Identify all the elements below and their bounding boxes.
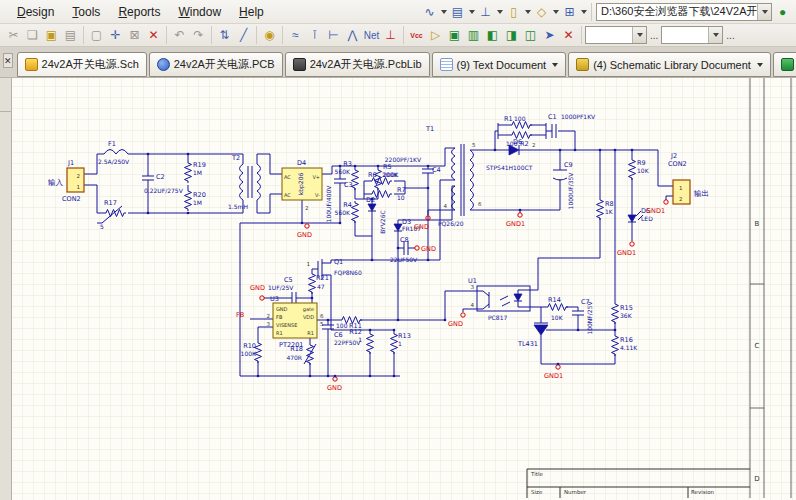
r15-value-label: 36K	[620, 312, 633, 319]
tab-label: 24v2A开关电源.Sch	[42, 57, 139, 72]
wiring-tools-icon[interactable]: ∿	[420, 2, 439, 21]
c8-ref-label: C8	[400, 236, 409, 244]
u3-r1a-pin-label: R1	[276, 330, 283, 336]
separator	[211, 26, 212, 44]
menu-reports[interactable]: Reports	[109, 3, 169, 21]
clear-filter-button[interactable]: ✕	[144, 26, 163, 45]
browse-button-1[interactable]: ...	[647, 30, 661, 41]
place-bus-entry-button[interactable]: ⊢	[324, 26, 343, 45]
grid-settings-icon[interactable]: ⊞	[560, 2, 579, 21]
copy-button[interactable]: ❏	[23, 26, 42, 45]
chevron-down-icon[interactable]	[581, 10, 587, 14]
sheet-grid	[12, 78, 796, 500]
tab-pcb-document-2[interactable]: 24v2A开关电源.PCB	[773, 52, 796, 77]
undo-button[interactable]: ↶	[170, 26, 189, 45]
chevron-down-icon[interactable]	[553, 10, 559, 14]
close-icon[interactable]: ✕	[3, 53, 13, 68]
tab-label: (9) Text Document	[457, 59, 547, 71]
c1-value-label: 1000PF1KV	[561, 113, 596, 120]
menu-help[interactable]: Help	[230, 3, 273, 21]
tab-pcb-document[interactable]: 24v2A开关电源.PCB	[149, 52, 283, 77]
menu-window[interactable]: Window	[169, 3, 230, 21]
u1-pin4-number: 4	[471, 302, 475, 308]
move-button[interactable]: ✛	[106, 26, 125, 45]
redo-button[interactable]: ↷	[189, 26, 208, 45]
chevron-down-icon[interactable]	[441, 10, 447, 14]
filter-combo-2[interactable]	[661, 26, 723, 44]
place-probe-button[interactable]: ⋀	[343, 26, 362, 45]
net-objects-icon[interactable]: ◇	[532, 2, 551, 21]
layers-tools-icon[interactable]: ▤	[448, 2, 467, 21]
r9-ref-label: R9	[637, 159, 646, 167]
paste-special-button[interactable]: ▤	[61, 26, 80, 45]
place-port-button[interactable]: ◫	[521, 26, 540, 45]
place-sheet-entry-button[interactable]: ◨	[502, 26, 521, 45]
chevron-down-icon[interactable]	[497, 10, 503, 14]
place-component-button[interactable]: ▣	[445, 26, 464, 45]
r3-value-label: 560K	[335, 168, 351, 175]
j1-ref-label: J1	[67, 159, 74, 167]
tl431-label: TL431	[517, 340, 538, 348]
filter-combo-1[interactable]	[585, 26, 647, 44]
paste-button[interactable]: ▣	[42, 26, 61, 45]
r9-value-label: 10K	[637, 167, 650, 174]
gnd-port-label: GND	[250, 284, 265, 292]
tab-text-documents[interactable]: (9) Text Document	[432, 52, 567, 77]
part-action-button[interactable]: ➤	[540, 26, 559, 45]
r19-value-label: 1M	[193, 169, 202, 176]
place-ground-button[interactable]: ⊥	[381, 26, 400, 45]
r10-ref-label: R10	[243, 342, 256, 350]
combo-dropdown-button[interactable]	[757, 4, 771, 20]
place-bus-button[interactable]: ⊺	[305, 26, 324, 45]
document-path-combo[interactable]: D:\360安全浏览器下载\24V2A开关	[596, 3, 772, 21]
select-area-button[interactable]: ▢	[87, 26, 106, 45]
schematic-sheet[interactable]: B C D Title Size Number Revision	[12, 78, 796, 500]
number-label: Number	[564, 489, 587, 495]
schlib-doc-icon	[576, 58, 589, 71]
c5-ref-label: C5	[284, 276, 293, 284]
d4-value-label: kbp206	[297, 173, 305, 196]
menu-design[interactable]: Design	[8, 3, 63, 21]
j2-type-label: CON2	[668, 160, 687, 168]
schematic-canvas[interactable]: B C D Title Size Number Revision	[12, 78, 796, 500]
tab-label: 24v2A开关电源.PCB	[174, 57, 275, 72]
place-vcc-port-button[interactable]: Vcc	[407, 26, 426, 45]
r21-value-label: 47	[317, 283, 325, 290]
combo-dropdown-button[interactable]	[708, 27, 722, 43]
t1-pin4-number: 4	[444, 203, 448, 209]
cut-button[interactable]: ✂	[4, 26, 23, 45]
place-component2-button[interactable]: ▥	[464, 26, 483, 45]
gnd1-port-label: GND1	[506, 220, 525, 228]
browse-button-2[interactable]: ...	[723, 30, 737, 41]
tab-pcblib-document[interactable]: 24v2A开关电源.PcbLib	[285, 52, 430, 77]
d5-value-label: LED	[641, 215, 653, 222]
d4-pin-number: 2	[305, 205, 309, 211]
left-panel-strip[interactable]	[0, 78, 12, 500]
tab-label: (4) Schematic Library Document	[593, 59, 751, 71]
run-icon[interactable]: ●	[773, 2, 792, 21]
r10-value-label: 100K	[241, 350, 257, 357]
combo-dropdown-button[interactable]	[632, 27, 646, 43]
find-button[interactable]: ◉	[260, 26, 279, 45]
place-sheet-symbol-button[interactable]: ◧	[483, 26, 502, 45]
deselect-button[interactable]: ⊠	[125, 26, 144, 45]
place-gate-button[interactable]: ▷	[426, 26, 445, 45]
place-net-label-button[interactable]: Net	[362, 26, 381, 45]
power-objects-icon[interactable]: ⊥	[476, 2, 495, 21]
chevron-down-icon[interactable]	[469, 10, 475, 14]
menu-tools[interactable]: Tools	[63, 3, 109, 21]
c4-ref-label: C4	[432, 166, 441, 174]
u3-vdd-pin-label: VDD	[303, 314, 314, 320]
chevron-down-icon[interactable]	[757, 63, 763, 67]
delete-button[interactable]: ✕	[559, 26, 578, 45]
t2-ref-label: T2	[231, 154, 240, 162]
port-objects-icon[interactable]: ▯	[504, 2, 523, 21]
place-wire-button[interactable]: ≈	[286, 26, 305, 45]
reorder-button[interactable]: ⇅	[215, 26, 234, 45]
draw-line-button[interactable]: ╱	[234, 26, 253, 45]
chevron-down-icon[interactable]	[525, 10, 531, 14]
tab-sch-document[interactable]: 24v2A开关电源.Sch	[17, 52, 147, 77]
r4-ref-label: R4	[343, 201, 352, 209]
chevron-down-icon[interactable]	[552, 63, 558, 67]
tab-schlib-documents[interactable]: (4) Schematic Library Document	[568, 52, 771, 77]
